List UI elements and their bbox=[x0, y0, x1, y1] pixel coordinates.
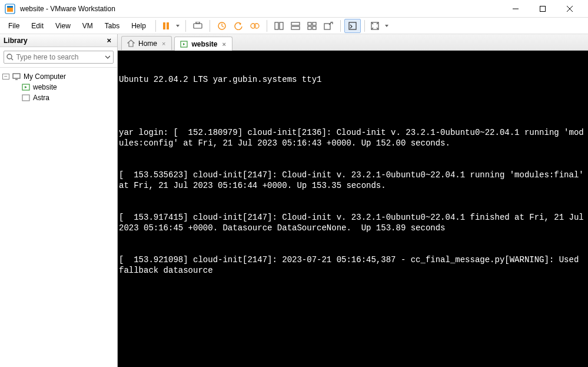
search-input[interactable] bbox=[14, 53, 104, 61]
library-close-button[interactable]: × bbox=[104, 36, 114, 45]
svg-rect-15 bbox=[280, 22, 283, 29]
library-search-row bbox=[0, 47, 117, 68]
svg-rect-30 bbox=[22, 95, 29, 101]
toolbar-separator bbox=[364, 20, 365, 32]
tree-item-website[interactable]: website bbox=[2, 82, 115, 92]
tab-close-button[interactable]: × bbox=[221, 41, 227, 48]
toolbar-separator bbox=[340, 20, 341, 32]
console-line: [ 153.921098] cloud-init[2147]: 2023-07-… bbox=[119, 254, 587, 276]
monitor-icon bbox=[12, 73, 21, 80]
window-title: website - VMware Workstation bbox=[20, 5, 115, 13]
menu-vm[interactable]: VM bbox=[77, 19, 99, 32]
toolbar-separator bbox=[267, 20, 267, 32]
vmware-app-icon bbox=[5, 4, 15, 14]
console-line: [ 153.917415] cloud-init[2147]: Cloud-in… bbox=[119, 212, 587, 233]
search-dropdown-caret[interactable] bbox=[104, 55, 111, 59]
titlebar: website - VMware Workstation bbox=[0, 0, 588, 18]
detach-tab-button[interactable] bbox=[320, 19, 337, 33]
library-title: Library bbox=[4, 37, 104, 45]
svg-rect-17 bbox=[291, 27, 300, 29]
svg-rect-27 bbox=[13, 74, 20, 78]
tree-root-label: My Computer bbox=[24, 72, 66, 81]
fullscreen-button[interactable] bbox=[368, 19, 391, 33]
tree-collapse-icon[interactable]: − bbox=[2, 74, 9, 80]
svg-line-26 bbox=[11, 58, 13, 60]
vm-running-icon bbox=[21, 84, 31, 91]
tab-website[interactable]: website × bbox=[174, 37, 232, 51]
svg-rect-16 bbox=[291, 22, 300, 25]
menubar: File Edit View VM Tabs Help bbox=[0, 18, 588, 34]
menu-help[interactable]: Help bbox=[125, 19, 152, 32]
vm-console[interactable]: Ubuntu 22.04.2 LTS yar.gubin.systems tty… bbox=[118, 51, 588, 367]
svg-point-13 bbox=[254, 24, 259, 28]
tab-website-label: website bbox=[191, 40, 217, 48]
tree-item-label: Astra bbox=[33, 94, 49, 102]
tab-home-label: Home bbox=[138, 39, 157, 48]
library-panel: Library × − My Computer bbox=[0, 34, 118, 367]
console-line: yar login: [ 152.180979] cloud-init[2136… bbox=[119, 127, 587, 148]
pause-vm-button[interactable] bbox=[160, 19, 182, 33]
svg-rect-4 bbox=[540, 6, 546, 11]
show-single-view-button[interactable] bbox=[287, 19, 304, 33]
search-icon bbox=[6, 54, 14, 61]
menu-edit[interactable]: Edit bbox=[25, 19, 49, 32]
svg-rect-14 bbox=[275, 22, 278, 29]
svg-rect-8 bbox=[167, 22, 169, 29]
menu-view[interactable]: View bbox=[49, 19, 77, 32]
menu-file[interactable]: File bbox=[2, 19, 25, 32]
svg-rect-9 bbox=[194, 24, 202, 28]
svg-rect-2 bbox=[7, 6, 13, 8]
close-button[interactable] bbox=[556, 0, 583, 18]
toolbar-separator bbox=[185, 20, 186, 32]
svg-rect-19 bbox=[313, 22, 316, 25]
send-ctrl-alt-del-button[interactable] bbox=[190, 19, 206, 33]
library-tree: − My Computer website Astra bbox=[0, 68, 117, 107]
quick-switch-button[interactable] bbox=[344, 19, 361, 33]
svg-rect-18 bbox=[308, 22, 311, 25]
home-icon bbox=[127, 39, 135, 48]
tab-close-button[interactable]: × bbox=[161, 40, 167, 47]
tree-root-my-computer[interactable]: − My Computer bbox=[2, 71, 115, 82]
toolbar-separator bbox=[155, 20, 156, 32]
search-input-wrap[interactable] bbox=[4, 51, 114, 64]
svg-rect-7 bbox=[163, 22, 165, 29]
dropdown-caret-icon bbox=[385, 25, 388, 27]
tree-item-label: website bbox=[33, 83, 57, 91]
vm-running-icon bbox=[180, 40, 188, 48]
show-console-view-button[interactable] bbox=[271, 19, 287, 33]
vm-off-icon bbox=[21, 94, 31, 101]
show-thumbnail-view-button[interactable] bbox=[304, 19, 320, 33]
revert-snapshot-button[interactable] bbox=[230, 19, 247, 33]
console-line: Ubuntu 22.04.2 LTS yar.gubin.systems tty… bbox=[119, 74, 587, 85]
snapshot-button[interactable] bbox=[214, 19, 230, 33]
maximize-button[interactable] bbox=[529, 0, 556, 18]
console-line: [ 153.535623] cloud-init[2147]: Cloud-in… bbox=[119, 170, 587, 191]
svg-rect-23 bbox=[349, 22, 356, 29]
tabbar: Home × website × bbox=[118, 34, 588, 51]
content-area: Home × website × Ubuntu 22.04.2 LTS yar.… bbox=[118, 34, 588, 367]
svg-rect-21 bbox=[313, 27, 316, 29]
svg-point-25 bbox=[7, 54, 12, 59]
tab-home[interactable]: Home × bbox=[121, 36, 172, 50]
minimize-button[interactable] bbox=[502, 0, 529, 18]
tree-item-astra[interactable]: Astra bbox=[2, 92, 115, 103]
menu-tabs[interactable]: Tabs bbox=[99, 19, 125, 32]
manage-snapshots-button[interactable] bbox=[247, 19, 263, 33]
library-header: Library × bbox=[0, 34, 117, 47]
svg-rect-10 bbox=[196, 22, 200, 24]
dropdown-caret-icon bbox=[176, 25, 180, 27]
main-area: Library × − My Computer bbox=[0, 34, 588, 367]
toolbar-separator bbox=[210, 20, 210, 32]
svg-rect-20 bbox=[308, 27, 311, 29]
